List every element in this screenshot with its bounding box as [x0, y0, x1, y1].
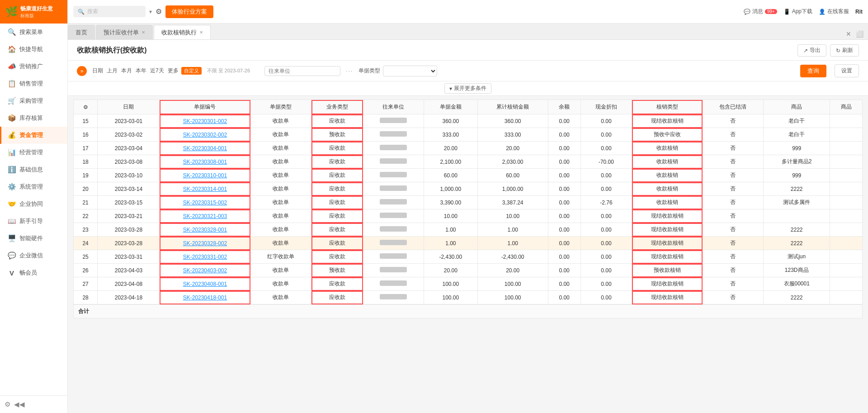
- td-balance: 0.00: [548, 182, 580, 196]
- sidebar-item-wechat[interactable]: 💬企业微信: [0, 247, 67, 264]
- solution-button[interactable]: 体验行业方案: [165, 5, 213, 18]
- search-bar[interactable]: 🔍 搜索: [73, 6, 146, 17]
- filter-partner-input[interactable]: [264, 66, 340, 76]
- tab-yingshou-close[interactable]: ✕: [142, 30, 145, 35]
- sidebar-item-system[interactable]: ⚙️系统管理: [0, 178, 67, 195]
- td-goods2: [830, 237, 863, 250]
- td-doc-type: 收款单: [250, 182, 311, 196]
- td-biz-type: 应收款: [311, 114, 363, 128]
- tab-yingshou[interactable]: 预计应收付单 ✕: [96, 25, 153, 39]
- doc-no-link[interactable]: SK-20230301-002: [183, 118, 227, 124]
- tab-hexiao-close[interactable]: ✕: [199, 30, 203, 35]
- doc-no-link[interactable]: SK-20230308-001: [183, 159, 227, 165]
- doc-no-link[interactable]: SK-20230315-002: [183, 199, 227, 206]
- td-hexiao-type: 现结收款核销: [632, 223, 703, 237]
- filter-settings-button[interactable]: 设置: [835, 64, 859, 77]
- topbar-settings-icon[interactable]: ⚙: [156, 7, 162, 16]
- td-index: 26: [74, 264, 98, 277]
- filter-date-custom[interactable]: 自定义: [181, 67, 202, 75]
- td-biz-type: 应收款: [311, 277, 363, 291]
- blurred-value: [380, 199, 407, 204]
- td-doc-no[interactable]: SK-20230321-003: [160, 209, 250, 223]
- td-doc-no[interactable]: SK-20230328-002: [160, 237, 250, 250]
- td-date: 2023-03-31: [98, 250, 160, 264]
- filter-date-this-month[interactable]: 本月: [120, 67, 133, 75]
- sidebar-item-purchase[interactable]: 🛒采购管理: [0, 92, 67, 109]
- filter-doctype-select[interactable]: [383, 66, 437, 76]
- td-cash-discount: 0.00: [580, 291, 632, 305]
- sidebar-item-marketing[interactable]: 📣营销推广: [0, 58, 67, 75]
- dropdown-arrow[interactable]: ▾: [149, 9, 152, 15]
- messages-item[interactable]: 💬 消息 99+: [744, 8, 777, 15]
- sidebar-item-basic[interactable]: ℹ️基础信息: [0, 161, 67, 178]
- td-index: 16: [74, 128, 98, 142]
- user-item[interactable]: Rit: [855, 9, 863, 15]
- sidebar-item-guide[interactable]: 📖新手引导: [0, 213, 67, 230]
- filter-date-7days[interactable]: 近7天: [149, 67, 165, 75]
- sidebar-item-inventory[interactable]: 📦库存核算: [0, 109, 67, 127]
- filter-expand-button[interactable]: »: [77, 66, 87, 76]
- page-title: 收款核销执行(按收款): [77, 46, 147, 55]
- td-doc-no[interactable]: SK-20230304-001: [160, 142, 250, 155]
- td-doc-type: 收款单: [250, 277, 311, 291]
- td-include-settled: 否: [703, 237, 764, 250]
- td-biz-type: 预收款: [311, 264, 363, 277]
- enterprise-icon: 🤝: [8, 200, 16, 208]
- sales-icon: 📋: [8, 80, 16, 88]
- td-doc-no[interactable]: SK-20230302-002: [160, 128, 250, 142]
- td-doc-no[interactable]: SK-20230328-001: [160, 223, 250, 237]
- tab-maximize-icon[interactable]: ⬜: [856, 30, 863, 38]
- doc-no-link[interactable]: SK-20230403-002: [183, 267, 227, 274]
- refresh-button[interactable]: ↻ 刷新: [830, 44, 859, 57]
- td-cash-discount: 0.00: [580, 142, 632, 155]
- tab-hexiao[interactable]: 收款核销执行 ✕: [154, 25, 211, 39]
- td-doc-no[interactable]: SK-20230301-002: [160, 114, 250, 128]
- collapse-icon[interactable]: ◀◀: [14, 400, 25, 408]
- sidebar-item-search[interactable]: 🔍搜索菜单: [0, 24, 67, 41]
- sidebar-item-hardware[interactable]: 🖥️智能硬件: [0, 230, 67, 247]
- doc-no-link[interactable]: SK-20230314-001: [183, 186, 227, 192]
- tab-close-all-icon[interactable]: ✕: [846, 30, 851, 38]
- query-button[interactable]: 查询: [800, 65, 826, 77]
- doc-no-link[interactable]: SK-20230304-001: [183, 145, 227, 152]
- export-button[interactable]: ↗ 导出: [797, 44, 826, 57]
- td-cumulative: 360.00: [477, 114, 548, 128]
- doc-no-link[interactable]: SK-20230408-001: [183, 281, 227, 287]
- td-doc-no[interactable]: SK-20230331-002: [160, 250, 250, 264]
- doc-no-link[interactable]: SK-20230302-002: [183, 132, 227, 138]
- doc-no-link[interactable]: SK-20230328-002: [183, 240, 227, 247]
- sidebar-item-sales[interactable]: 📋销售管理: [0, 75, 67, 92]
- td-goods2: [830, 250, 863, 264]
- td-hexiao-type: 收款核销: [632, 169, 703, 182]
- sidebar-item-member[interactable]: V畅会员: [0, 264, 67, 281]
- td-doc-no[interactable]: SK-20230308-001: [160, 155, 250, 169]
- td-doc-no[interactable]: SK-20230418-001: [160, 291, 250, 305]
- td-doc-no[interactable]: SK-20230408-001: [160, 277, 250, 291]
- sidebar-item-operations[interactable]: 📊经营管理: [0, 144, 67, 161]
- filter-date-this-year[interactable]: 本年: [135, 67, 147, 75]
- doc-no-link[interactable]: SK-20230321-003: [183, 213, 227, 219]
- td-doc-no[interactable]: SK-20230310-001: [160, 169, 250, 182]
- filter-date-more[interactable]: 更多: [167, 67, 179, 75]
- doc-no-link[interactable]: SK-20230331-002: [183, 254, 227, 260]
- sidebar-item-finance[interactable]: 💰资金管理: [0, 127, 67, 144]
- home-icon: 🏠: [8, 45, 16, 53]
- td-date: 2023-03-21: [98, 209, 160, 223]
- doc-no-link[interactable]: SK-20230328-001: [183, 227, 227, 233]
- td-doc-no[interactable]: SK-20230314-001: [160, 182, 250, 196]
- app-download-item[interactable]: 📱 App下载: [783, 8, 812, 15]
- td-goods2: [830, 169, 863, 182]
- doc-no-link[interactable]: SK-20230310-001: [183, 172, 227, 179]
- filter-date-last-month[interactable]: 上月: [106, 67, 118, 75]
- td-doc-no[interactable]: SK-20230315-002: [160, 196, 250, 209]
- sidebar-item-quicknav[interactable]: 🏠快捷导航: [0, 41, 67, 58]
- settings-icon[interactable]: ⚙: [5, 400, 10, 408]
- online-service-item[interactable]: 👤 在线客服: [819, 8, 849, 15]
- expand-more-button[interactable]: ▾ 展开更多条件: [444, 83, 491, 94]
- doc-no-link[interactable]: SK-20230418-001: [183, 294, 227, 301]
- tab-home[interactable]: 首页: [68, 25, 95, 39]
- td-biz-type: 预收款: [311, 128, 363, 142]
- sidebar-item-enterprise[interactable]: 🤝企业协同: [0, 195, 67, 213]
- td-doc-no[interactable]: SK-20230403-002: [160, 264, 250, 277]
- td-goods2: [830, 155, 863, 169]
